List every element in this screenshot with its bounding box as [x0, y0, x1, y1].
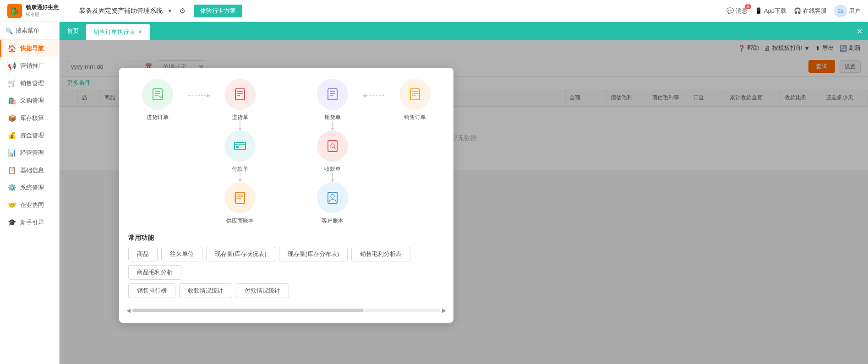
top-bar: 🐉 畅康通好生意 标准版 装备及固定资产辅助管理系统 ▼ ⚙ 体验行业方案 💬 …: [0, 0, 868, 22]
svg-rect-35: [235, 193, 236, 202]
customer-ledger-icon: [317, 182, 348, 213]
enterprise-icon: 🤝: [8, 201, 16, 209]
flow-node-purchase-order[interactable]: 进货订单: [130, 79, 185, 121]
sidebar: 🔍 搜索菜单 🏠 快捷导航 📢 营销推广 🛒 销售管理 🛍️ 采购管理 📦: [0, 22, 60, 364]
arrow-down-receipt: [305, 173, 360, 182]
close-all-tabs-btn[interactable]: ✕: [857, 27, 863, 36]
logo-icon: 🐉: [7, 4, 22, 18]
search-icon: 🔍: [5, 27, 13, 34]
func-buttons-row1: 商品 往来单位 现存量(库存状况表) 现存量(库存分布表) 销售毛利分析表 商品…: [128, 247, 444, 280]
avatar: Ea: [834, 5, 847, 17]
service-btn[interactable]: 🎧 在线客服: [794, 7, 827, 15]
svg-rect-0: [153, 89, 162, 100]
system-title: 装备及固定资产辅助管理系统: [79, 7, 163, 15]
svg-point-28: [331, 144, 334, 147]
app-download-btn[interactable]: 📱 App下载: [755, 7, 786, 15]
operation-icon: 📊: [8, 149, 16, 157]
inventory-icon: 📦: [8, 114, 16, 122]
sidebar-item-beginner[interactable]: 🎓 新手引导: [0, 214, 59, 231]
arrow-1: [185, 92, 213, 109]
sales-bill-icon: [317, 79, 348, 110]
func-btn-stock-status[interactable]: 现存量(库存状况表): [206, 247, 275, 261]
message-badge: 5: [745, 4, 751, 9]
scroll-right-btn[interactable]: ▶: [442, 307, 446, 314]
func-btn-product[interactable]: 商品: [128, 247, 158, 261]
user-area[interactable]: Ea 用户: [834, 5, 861, 17]
sidebar-item-basic-info[interactable]: 📋 基础信息: [0, 162, 59, 179]
tab-home[interactable]: 首页: [60, 22, 86, 40]
basic-info-icon: 📋: [8, 166, 16, 174]
svg-rect-34: [235, 192, 245, 203]
flow-row-5: 供应商账本 客户账本: [130, 182, 442, 225]
supplier-ledger-icon: [224, 182, 256, 213]
func-btn-sales-ranking[interactable]: 销售排行榜: [128, 283, 175, 298]
message-icon: 💬: [726, 7, 734, 14]
message-btn[interactable]: 💬 消息 5: [726, 7, 748, 15]
receipt-icon: [317, 130, 348, 162]
tab-close-btn[interactable]: ✕: [138, 29, 142, 35]
flow-diagram: 进货订单: [119, 68, 453, 234]
arrow-down-payment: [213, 173, 267, 182]
svg-rect-26: [236, 146, 239, 148]
sidebar-item-marketing[interactable]: 📢 营销推广: [0, 57, 59, 75]
svg-marker-15: [362, 94, 366, 98]
svg-marker-5: [207, 94, 210, 98]
flow-row-4-arrows: [130, 173, 442, 182]
svg-rect-39: [328, 192, 337, 203]
sidebar-item-system[interactable]: ⚙️ 系统管理: [0, 179, 59, 196]
flow-row-3: 付款单 收款单: [130, 130, 442, 173]
svg-line-29: [334, 147, 335, 149]
modal-scroll-area: ◀ ▶: [119, 305, 453, 315]
sidebar-item-inventory[interactable]: 📦 库存核算: [0, 109, 59, 127]
arrow-down-sales: [305, 121, 360, 130]
scroll-bar-thumb: [132, 309, 363, 312]
svg-point-40: [331, 195, 334, 198]
func-btn-collection-stats[interactable]: 收款情况统计: [179, 283, 232, 298]
purchase-bill-icon: [224, 79, 256, 110]
content-body: ❓ 帮助 🖨 按模板打印 ▼ ⬆ 导出 🔄 刷新: [60, 40, 868, 364]
logo-area: 🐉 畅康通好生意 标准版: [7, 4, 59, 18]
flow-node-customer-ledger[interactable]: 客户账本: [305, 182, 360, 225]
func-btn-contacts[interactable]: 往来单位: [161, 247, 202, 261]
svg-rect-24: [235, 142, 246, 150]
func-btn-stock-dist[interactable]: 现存量(库存分布表): [279, 247, 348, 261]
top-bar-right: 💬 消息 5 📱 App下载 🎧 在线客服 Ea 用户: [726, 5, 861, 17]
sales-order-icon: [399, 79, 431, 110]
func-btn-product-margin[interactable]: 商品毛利分析: [128, 265, 181, 280]
sidebar-item-sales[interactable]: 🛒 销售管理: [0, 75, 59, 92]
try-btn[interactable]: 体验行业方案: [194, 5, 242, 17]
flow-node-purchase-bill[interactable]: 进货单: [213, 79, 267, 121]
func-btn-payment-stats[interactable]: 付款情况统计: [236, 283, 289, 298]
gear-icon[interactable]: ⚙: [179, 6, 186, 15]
common-funcs: 常用功能 商品 往来单位 现存量(库存状况表) 现存量(库存分布表) 销售毛利分…: [119, 234, 453, 305]
sidebar-item-finance[interactable]: 💰 资金管理: [0, 127, 59, 144]
scroll-bar-track[interactable]: [132, 309, 440, 312]
flow-node-supplier-ledger[interactable]: 供应商账本: [213, 182, 267, 225]
logo-text: 畅康通好生意 标准版: [26, 4, 59, 18]
tab-sales-order[interactable]: 销售订单执行表 ✕: [86, 24, 150, 40]
divider: [67, 5, 67, 16]
svg-rect-10: [328, 89, 337, 100]
modal-overlay[interactable]: 进货订单: [60, 40, 868, 364]
flow-node-receipt[interactable]: 收款单: [305, 130, 360, 173]
scroll-left-btn[interactable]: ◀: [126, 307, 131, 314]
headset-icon: 🎧: [794, 7, 801, 14]
sidebar-item-quick-nav[interactable]: 🏠 快捷导航: [0, 40, 59, 57]
func-buttons-row2: 销售排行榜 收款情况统计 付款情况统计: [128, 283, 444, 298]
func-btn-sales-margin-analysis[interactable]: 销售毛利分析表: [351, 247, 410, 261]
purchase-order-icon: [142, 79, 173, 110]
payment-icon: [224, 130, 256, 162]
flow-node-sales-bill[interactable]: 销货单: [305, 79, 360, 121]
svg-rect-16: [410, 89, 420, 100]
sidebar-item-purchase[interactable]: 🛍️ 采购管理: [0, 92, 59, 109]
flow-node-payment[interactable]: 付款单: [213, 130, 267, 173]
system-dropdown-icon[interactable]: ▼: [167, 8, 173, 14]
search-menu-btn[interactable]: 🔍 搜索菜单: [0, 22, 59, 40]
beginner-icon: 🎓: [8, 218, 16, 227]
marketing-icon: 📢: [8, 62, 16, 70]
sidebar-item-enterprise[interactable]: 🤝 企业协同: [0, 196, 59, 214]
sidebar-item-operation[interactable]: 📊 经营管理: [0, 144, 59, 162]
svg-rect-27: [328, 141, 337, 152]
flow-node-sales-order[interactable]: 销售订单: [388, 79, 442, 121]
finance-icon: 💰: [8, 131, 16, 140]
